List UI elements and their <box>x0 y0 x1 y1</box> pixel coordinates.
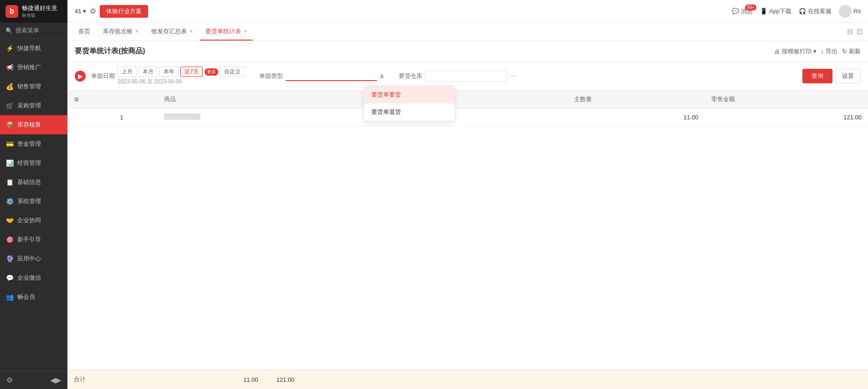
sidebar-item-members[interactable]: 👥 畅会员 <box>0 287 67 307</box>
sidebar-item-marketing[interactable]: 📢 营销推广 <box>0 58 67 77</box>
filter-toggle-button[interactable]: ▶ <box>75 71 86 82</box>
sidebar-item-sales[interactable]: 💰 销售管理 <box>0 77 67 96</box>
online-service-label: 在线客服 <box>808 7 832 15</box>
app-download-label: App下载 <box>769 7 791 15</box>
date-btn-last-month[interactable]: 上月 <box>118 67 137 77</box>
tabs-actions: ⊟ ⊡ <box>847 27 863 36</box>
online-service-button[interactable]: 🎧 在线客服 <box>799 7 832 15</box>
marketing-icon: 📢 <box>5 63 14 72</box>
sidebar-item-wechat[interactable]: 💬 企业微信 <box>0 268 67 287</box>
tab-request-summary-close[interactable]: × <box>244 28 247 35</box>
tab-request-summary-label: 要货单统计表 <box>205 27 241 36</box>
type-filter-group: 单据类型 ∧ <box>259 72 384 81</box>
nav-label: 企业微信 <box>17 274 41 282</box>
sidebar-item-system[interactable]: ⚙️ 系统管理 <box>0 192 67 211</box>
filter-actions: 查询 设置 <box>802 69 861 83</box>
sidebar-item-apps[interactable]: 🔮 应用中心 <box>0 249 67 268</box>
nav-label: 营销推广 <box>17 63 41 72</box>
type-filter-input[interactable] <box>286 72 377 81</box>
apps-icon: 🔮 <box>5 255 14 263</box>
operations-icon: 📊 <box>5 159 14 167</box>
user-name: Rit <box>853 8 861 15</box>
logo-icon: b <box>5 5 18 18</box>
tab-receipts-summary-close[interactable]: × <box>190 28 193 35</box>
table-area: ⚙ 商品 主计量单位 主数量 零售金额 1 <box>67 91 868 369</box>
print-label: 按模板打印 <box>782 47 812 56</box>
refresh-icon: ↻ <box>842 48 847 55</box>
date-filter-label: 单据日期 <box>91 72 115 80</box>
store-selector[interactable]: 41 ▾ <box>75 8 86 15</box>
dropdown-item-request-order[interactable]: 要货单要货 <box>364 86 454 103</box>
nav-label: 经营管理 <box>17 159 41 167</box>
nav-label: 销售管理 <box>17 82 41 91</box>
service-icon: 🎧 <box>799 8 806 15</box>
td-product <box>158 108 378 126</box>
sidebar-item-enterprise[interactable]: 🤝 企业协同 <box>0 211 67 230</box>
col-settings[interactable]: ⚙ <box>67 91 86 108</box>
sidebar-search[interactable]: 🔍 搜索菜单 <box>0 23 67 39</box>
messages-button[interactable]: 💬 消息 99+ <box>732 7 753 15</box>
date-btn-7days[interactable]: 近7天 <box>180 67 203 77</box>
tab-minimize-icon[interactable]: ⊟ <box>847 27 853 36</box>
warehouse-filter-input[interactable] <box>425 71 507 82</box>
tab-inventory-batch-label: 库存批次账 <box>103 27 133 36</box>
td-quantity[interactable]: 11.00 <box>568 108 704 126</box>
page-header: 要货单统计表(按商品) 🖨 按模板打印 ▾ ↓ 导出 ↻ 刷新 <box>67 41 868 62</box>
td-amount[interactable]: 121.00 <box>705 108 868 126</box>
query-button[interactable]: 查询 <box>802 69 832 83</box>
print-icon: 🖨 <box>774 48 780 55</box>
collapse-icon[interactable]: ◀▶ <box>50 376 61 384</box>
sales-icon: 💰 <box>5 82 14 91</box>
tab-inventory-batch-close[interactable]: × <box>135 28 139 35</box>
sidebar-item-finance[interactable]: 💳 资金管理 <box>0 134 67 154</box>
date-btn-custom[interactable]: 自定义 <box>220 67 245 77</box>
sidebar-item-purchase[interactable]: 🛒 采购管理 <box>0 96 67 115</box>
store-dropdown-icon: ▾ <box>83 8 86 15</box>
date-filter-group: 单据日期 上月 本月 本年 近7天 更多 自定义 2023-05-06 至 20… <box>91 67 245 86</box>
tab-request-summary[interactable]: 要货单统计表 × <box>200 23 252 41</box>
members-icon: 👥 <box>5 293 14 301</box>
nav-label: 资金管理 <box>17 140 41 148</box>
sidebar-item-guide[interactable]: 🎯 新手引导 <box>0 230 67 249</box>
setting-button[interactable]: 设置 <box>835 69 861 83</box>
topbar-right: 💬 消息 99+ 📱 App下载 🎧 在线客服 Rit <box>732 5 861 18</box>
export-label: 导出 <box>826 47 837 56</box>
sidebar-item-quick-nav[interactable]: ⚡ 快捷导航 <box>0 39 67 58</box>
tab-expand-icon[interactable]: ⊡ <box>857 27 863 36</box>
sidebar-item-operations[interactable]: 📊 经营管理 <box>0 154 67 173</box>
refresh-button[interactable]: ↻ 刷新 <box>842 47 861 56</box>
sidebar-logo: b 畅捷通好生意 标准版 <box>0 0 67 23</box>
sidebar: b 畅捷通好生意 标准版 🔍 搜索菜单 ⚡ 快捷导航 📢 营销推广 💰 销售管理… <box>0 0 67 389</box>
tab-inventory-batch[interactable]: 库存批次账 × <box>98 23 144 41</box>
col-num <box>86 91 158 108</box>
more-dates-badge: 更多 <box>205 68 218 76</box>
type-dropdown-icon[interactable]: ∧ <box>380 72 384 80</box>
data-table: ⚙ 商品 主计量单位 主数量 零售金额 1 <box>67 91 868 126</box>
col-amount: 零售金额 <box>705 91 868 108</box>
main-content: 41 ▾ ⚙ 体验行业方案 💬 消息 99+ 📱 App下载 🎧 在线客服 <box>67 0 868 389</box>
inventory-icon: 📦 <box>5 121 14 129</box>
tab-home[interactable]: 首页 <box>73 23 96 41</box>
date-btn-this-year[interactable]: 本年 <box>159 67 179 77</box>
more-filters-icon[interactable]: ··· <box>510 72 516 80</box>
sidebar-item-basic[interactable]: 📋 基础信息 <box>0 173 67 192</box>
page-actions: 🖨 按模板打印 ▾ ↓ 导出 ↻ 刷新 <box>774 47 861 56</box>
product-placeholder <box>164 113 200 120</box>
tab-receipts-summary[interactable]: 收发存汇总表 × <box>146 23 198 41</box>
settings-icon[interactable]: ⚙ <box>6 376 13 384</box>
app-download-button[interactable]: 📱 App下载 <box>760 7 791 15</box>
col-product: 商品 <box>158 91 378 108</box>
topbar-settings-icon[interactable]: ⚙ <box>90 7 96 15</box>
enterprise-icon: 🤝 <box>5 216 14 225</box>
table-header-row: ⚙ 商品 主计量单位 主数量 零售金额 <box>67 91 868 108</box>
export-button[interactable]: ↓ 导出 <box>821 47 838 56</box>
dropdown-item-return-order[interactable]: 要货单退货 <box>364 103 454 121</box>
quick-nav-icon: ⚡ <box>5 44 14 52</box>
user-avatar[interactable]: Rit <box>839 5 861 18</box>
date-btn-this-month[interactable]: 本月 <box>139 67 158 77</box>
date-range-text: 2023-05-06 至 2023-06-06 <box>118 78 245 86</box>
trial-button[interactable]: 体验行业方案 <box>100 5 148 18</box>
sidebar-item-inventory[interactable]: 📦 库存核算 <box>0 115 67 134</box>
search-label: 搜索菜单 <box>15 26 39 35</box>
print-button[interactable]: 🖨 按模板打印 ▾ <box>774 47 817 56</box>
